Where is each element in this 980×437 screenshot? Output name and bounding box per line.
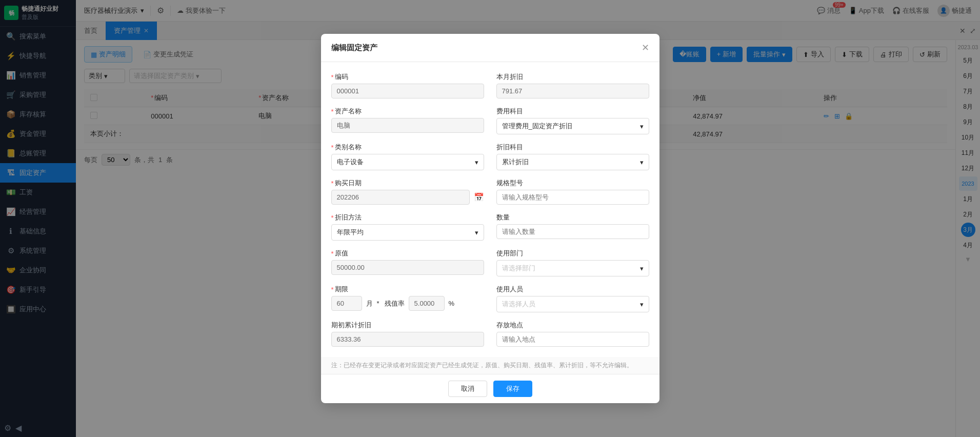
expense-subject-dropdown-icon: ▾ <box>640 123 644 130</box>
quantity-input[interactable] <box>496 224 649 239</box>
spec-model-input[interactable] <box>496 190 649 205</box>
spec-model-label: 规格型号 <box>496 178 649 188</box>
dep-method-label: * 折旧方法 <box>331 213 484 222</box>
original-value-input[interactable] <box>331 260 484 275</box>
storage-location-label: 存放地点 <box>496 321 649 330</box>
department-label: 使用部门 <box>496 249 649 258</box>
form-group-quantity: 数量 <box>496 213 649 241</box>
form-group-initial-accumulated: 期初累计折旧 <box>331 321 484 347</box>
form-group-dep-method: * 折旧方法 年限平均 ▾ <box>331 213 484 241</box>
category-label: * 类别名称 <box>331 143 484 152</box>
department-select[interactable]: 请选择部门 ▾ <box>496 260 649 276</box>
expense-subject-label: 费用科目 <box>496 107 649 116</box>
dep-method-select[interactable]: 年限平均 ▾ <box>331 224 484 241</box>
asset-name-input[interactable] <box>331 118 484 133</box>
form-group-code: * 编码 <box>331 72 484 98</box>
period-input[interactable] <box>331 296 362 311</box>
asset-name-label: * 资产名称 <box>331 107 484 116</box>
monthly-depreciation-input <box>496 84 649 98</box>
purchase-date-input[interactable] <box>331 190 470 205</box>
modal-note: 注：已经存在变更记录或者对应固定资产已经生成凭证，原值、购买日期、残值率、累计折… <box>321 357 659 374</box>
expense-subject-select[interactable]: 管理费用_固定资产折旧 ▾ <box>496 118 649 134</box>
form-group-storage-location: 存放地点 <box>496 321 649 347</box>
category-select[interactable]: 电子设备 ▾ <box>331 154 484 170</box>
initial-accumulated-label: 期初累计折旧 <box>331 321 484 330</box>
dep-subject-label: 折旧科目 <box>496 143 649 152</box>
monthly-dep-label: 本月折旧 <box>496 72 649 82</box>
modal-close-btn[interactable]: ✕ <box>642 42 649 53</box>
form-group-monthly-depreciation: 本月折旧 <box>496 72 649 98</box>
form-group-original-value: * 原值 <box>331 249 484 276</box>
form-group-department: 使用部门 请选择部门 ▾ <box>496 249 649 276</box>
category-dropdown-icon: ▾ <box>475 158 478 166</box>
calendar-icon[interactable]: 📅 <box>474 192 484 202</box>
modal-overlay: 编辑固定资产 ✕ * 编码 本月折旧 * 资产名称 <box>0 0 980 437</box>
residual-rate-input[interactable] <box>409 296 445 311</box>
modal-body: * 编码 本月折旧 * 资产名称 费用科目 管理费用_固定 <box>321 62 659 357</box>
code-label: * 编码 <box>331 72 484 82</box>
form-group-spec-model: 规格型号 <box>496 178 649 205</box>
save-button[interactable]: 保存 <box>493 381 532 397</box>
form-group-period: * 期限 月 * 残值率 % <box>331 285 484 312</box>
form-group-asset-name: * 资产名称 <box>331 107 484 134</box>
code-input[interactable] <box>331 84 484 98</box>
cancel-button[interactable]: 取消 <box>448 381 487 397</box>
purchase-date-label: * 购买日期 <box>331 178 484 188</box>
form-group-purchase-date: * 购买日期 📅 <box>331 178 484 205</box>
dep-method-dropdown-icon: ▾ <box>475 229 478 236</box>
dep-subject-dropdown-icon: ▾ <box>640 158 644 166</box>
user-label: 使用人员 <box>496 285 649 294</box>
form-group-category: * 类别名称 电子设备 ▾ <box>331 143 484 170</box>
dep-subject-select[interactable]: 累计折旧 ▾ <box>496 154 649 170</box>
user-dropdown-icon: ▾ <box>640 301 644 308</box>
form-group-expense-subject: 费用科目 管理费用_固定资产折旧 ▾ <box>496 107 649 134</box>
modal-header: 编辑固定资产 ✕ <box>321 34 659 62</box>
form-group-depreciation-subject: 折旧科目 累计折旧 ▾ <box>496 143 649 170</box>
initial-accumulated-input <box>331 332 484 347</box>
original-value-label: * 原值 <box>331 249 484 258</box>
modal-title: 编辑固定资产 <box>331 43 377 53</box>
user-select[interactable]: 请选择人员 ▾ <box>496 296 649 312</box>
quantity-label: 数量 <box>496 213 649 222</box>
modal-footer: 取消 保存 <box>321 374 659 403</box>
storage-location-input[interactable] <box>496 332 649 347</box>
edit-asset-modal: 编辑固定资产 ✕ * 编码 本月折旧 * 资产名称 <box>321 34 659 403</box>
department-dropdown-icon: ▾ <box>640 265 644 272</box>
period-label: * 期限 <box>331 285 484 294</box>
form-group-user: 使用人员 请选择人员 ▾ <box>496 285 649 312</box>
